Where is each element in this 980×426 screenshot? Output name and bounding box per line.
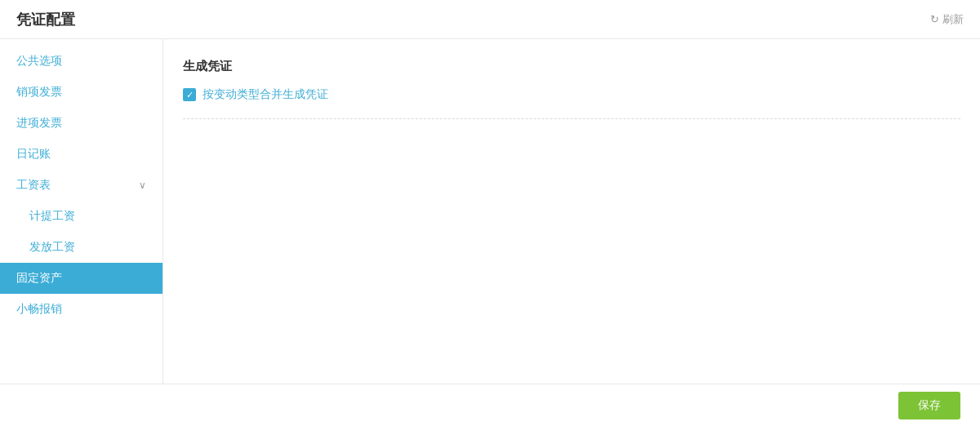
sidebar-item-pay-salary[interactable]: 发放工资 [0, 232, 163, 263]
save-button[interactable]: 保存 [898, 392, 960, 419]
sidebar-item-label: 固定资产 [16, 271, 62, 286]
sidebar-item-journal[interactable]: 日记账 [0, 139, 163, 170]
sidebar: 公共选项销项发票进项发票日记账工资表∨计提工资发放工资固定资产小畅报销 [0, 39, 163, 384]
sidebar-item-label: 公共选项 [16, 54, 62, 69]
section-title: 生成凭证 [183, 59, 960, 74]
refresh-button[interactable]: ↻ 刷新 [930, 12, 964, 27]
sidebar-item-sales-invoice[interactable]: 销项发票 [0, 77, 163, 108]
sidebar-item-accrual-salary[interactable]: 计提工资 [0, 201, 163, 232]
body: 公共选项销项发票进项发票日记账工资表∨计提工资发放工资固定资产小畅报销 生成凭证… [0, 39, 980, 384]
merge-checkbox[interactable]: ✓ [183, 88, 196, 101]
checkbox-label[interactable]: 按变动类型合并生成凭证 [203, 87, 328, 102]
refresh-icon: ↻ [930, 13, 939, 25]
sidebar-item-public[interactable]: 公共选项 [0, 46, 163, 77]
sidebar-item-fixed-assets[interactable]: 固定资产 [0, 263, 163, 294]
main-content: 生成凭证 ✓ 按变动类型合并生成凭证 [163, 39, 980, 384]
sidebar-item-label: 发放工资 [29, 240, 75, 253]
sidebar-item-label: 销项发票 [16, 85, 62, 100]
sidebar-item-label: 日记账 [16, 147, 51, 162]
check-mark-icon: ✓ [186, 91, 194, 100]
sidebar-item-payroll[interactable]: 工资表∨ [0, 170, 163, 201]
sidebar-item-label: 进项发票 [16, 116, 62, 131]
sidebar-item-expense-report[interactable]: 小畅报销 [0, 294, 163, 325]
sidebar-item-label: 计提工资 [29, 209, 75, 222]
header: 凭证配置 ↻ 刷新 [0, 0, 980, 39]
chevron-down-icon: ∨ [139, 180, 146, 191]
footer: 保存 [0, 384, 980, 426]
section-divider [183, 118, 960, 119]
page-title: 凭证配置 [16, 10, 75, 29]
checkbox-row: ✓ 按变动类型合并生成凭证 [183, 87, 960, 102]
sidebar-item-label: 小畅报销 [16, 302, 62, 317]
sidebar-item-purchase-invoice[interactable]: 进项发票 [0, 108, 163, 139]
sidebar-item-label: 工资表 [16, 178, 51, 193]
refresh-label: 刷新 [942, 12, 964, 27]
page-wrapper: 凭证配置 ↻ 刷新 公共选项销项发票进项发票日记账工资表∨计提工资发放工资固定资… [0, 0, 980, 426]
